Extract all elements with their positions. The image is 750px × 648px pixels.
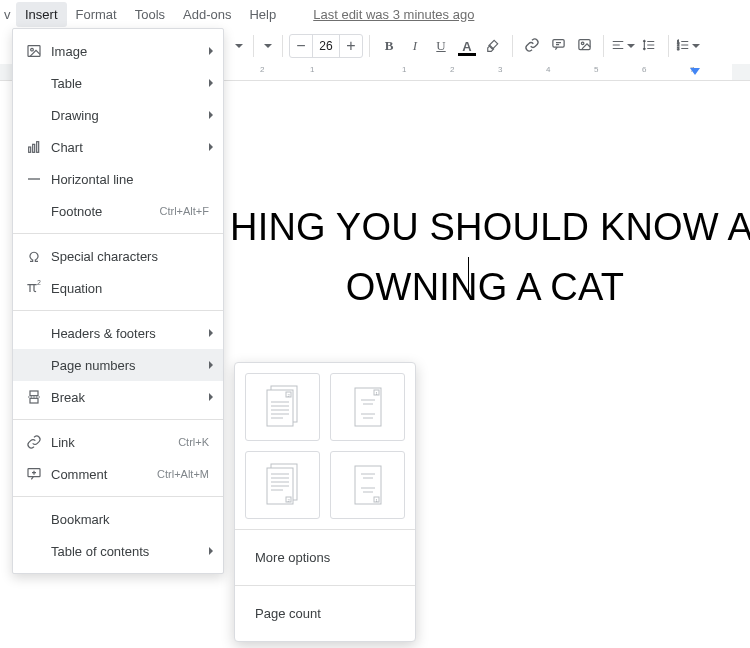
- menu-bar: v Insert Format Tools Add-ons Help Last …: [0, 0, 750, 28]
- submenu-arrow-icon: [209, 329, 213, 337]
- highlight-color-button[interactable]: [480, 33, 506, 59]
- menu-item-equation[interactable]: 2 Equation: [13, 272, 223, 304]
- text-color-label: A: [462, 39, 471, 54]
- numbered-list-icon: 123: [676, 38, 690, 55]
- menu-tools[interactable]: Tools: [126, 2, 174, 27]
- svg-rect-6: [28, 46, 40, 57]
- link-icon: [23, 434, 45, 450]
- font-size-increase-button[interactable]: +: [340, 35, 362, 57]
- svg-rect-11: [30, 391, 38, 396]
- chart-icon: [23, 139, 45, 155]
- ruler-number: 2: [260, 65, 264, 74]
- svg-point-7: [31, 48, 34, 51]
- chevron-down-icon: [627, 44, 635, 48]
- chevron-down-icon: [692, 44, 700, 48]
- menu-item-special-characters[interactable]: Special characters: [13, 240, 223, 272]
- omega-icon: [23, 248, 45, 264]
- menu-view[interactable]: v: [0, 2, 16, 27]
- submenu-arrow-icon: [209, 361, 213, 369]
- menu-item-bookmark[interactable]: Bookmark: [13, 503, 223, 535]
- menu-item-page-numbers[interactable]: Page numbers: [13, 349, 223, 381]
- line-spacing-icon: [642, 38, 656, 55]
- paragraph-style-dropdown[interactable]: [231, 44, 247, 48]
- menu-insert[interactable]: Insert: [16, 2, 67, 27]
- insert-image-button[interactable]: [571, 33, 597, 59]
- menu-format[interactable]: Format: [67, 2, 126, 27]
- align-button[interactable]: [610, 33, 636, 59]
- menu-item-footnote[interactable]: Footnote Ctrl+Alt+F: [13, 195, 223, 227]
- ruler-number: 6: [642, 65, 646, 74]
- image-icon: [23, 43, 45, 59]
- italic-button[interactable]: I: [402, 33, 428, 59]
- link-icon: [524, 37, 540, 56]
- submenu-arrow-icon: [209, 79, 213, 87]
- menu-help[interactable]: Help: [240, 2, 285, 27]
- submenu-arrow-icon: [209, 47, 213, 55]
- page-number-option-footer-skip-first[interactable]: 1: [330, 451, 405, 519]
- pi-icon: 2: [23, 280, 45, 296]
- insert-link-button[interactable]: [519, 33, 545, 59]
- menu-item-headers-footers[interactable]: Headers & footers: [13, 317, 223, 349]
- menu-item-comment[interactable]: Comment Ctrl+Alt+M: [13, 458, 223, 490]
- highlighter-icon: [486, 38, 500, 55]
- font-size-decrease-button[interactable]: −: [290, 35, 312, 57]
- bold-button[interactable]: B: [376, 33, 402, 59]
- submenu-arrow-icon: [209, 143, 213, 151]
- page-number-option-header-all[interactable]: 2: [245, 373, 320, 441]
- svg-text:3: 3: [677, 46, 679, 50]
- underline-button[interactable]: U: [428, 33, 454, 59]
- page-numbers-more-options[interactable]: More options: [245, 540, 405, 575]
- comment-icon: [551, 37, 566, 55]
- text-color-underline-bar: [458, 53, 476, 56]
- page-break-icon: [23, 389, 45, 405]
- svg-rect-8: [29, 147, 31, 152]
- shortcut-label: Ctrl+Alt+M: [157, 468, 209, 480]
- shortcut-label: Ctrl+Alt+F: [159, 205, 209, 217]
- menu-item-table[interactable]: Table: [13, 67, 223, 99]
- ruler-number: 1: [310, 65, 314, 74]
- page-numbers-flyout: 2 1: [234, 362, 416, 642]
- menu-item-table-of-contents[interactable]: Table of contents: [13, 535, 223, 567]
- text-color-button[interactable]: A: [454, 33, 480, 59]
- line-spacing-button[interactable]: [636, 33, 662, 59]
- page-numbers-page-count[interactable]: Page count: [245, 596, 405, 631]
- submenu-arrow-icon: [209, 111, 213, 119]
- image-icon: [577, 37, 592, 55]
- ruler-number: 4: [546, 65, 550, 74]
- ruler-number: 2: [450, 65, 454, 74]
- menu-item-horizontal-line[interactable]: Horizontal line: [13, 163, 223, 195]
- shortcut-label: Ctrl+K: [178, 436, 209, 448]
- insert-comment-button[interactable]: [545, 33, 571, 59]
- submenu-arrow-icon: [209, 547, 213, 555]
- menu-item-chart[interactable]: Chart: [13, 131, 223, 163]
- menu-item-drawing[interactable]: Drawing: [13, 99, 223, 131]
- menu-item-link[interactable]: Link Ctrl+K: [13, 426, 223, 458]
- menu-addons[interactable]: Add-ons: [174, 2, 240, 27]
- last-edit-link[interactable]: Last edit was 3 minutes ago: [313, 7, 474, 22]
- page-number-option-footer-all[interactable]: 2: [245, 451, 320, 519]
- submenu-arrow-icon: [209, 393, 213, 401]
- menu-item-image[interactable]: Image: [13, 35, 223, 67]
- text-caret: [468, 257, 469, 297]
- ruler-number: 3: [498, 65, 502, 74]
- document-title-text: HING YOU SHOULD KNOW ABOUT OWNING A CAT: [230, 197, 740, 317]
- comment-plus-icon: [23, 466, 45, 482]
- svg-rect-9: [33, 144, 35, 152]
- chevron-down-icon: [235, 44, 243, 48]
- font-family-dropdown[interactable]: [260, 44, 276, 48]
- svg-rect-12: [30, 398, 38, 403]
- page-number-option-header-skip-first[interactable]: 1: [330, 373, 405, 441]
- right-indent-marker[interactable]: [690, 68, 700, 75]
- insert-menu-dropdown: Image Table Drawing Chart Horizontal lin…: [12, 28, 224, 574]
- horizontal-line-icon: [23, 171, 45, 187]
- chevron-down-icon: [264, 44, 272, 48]
- svg-point-2: [581, 42, 584, 45]
- numbered-list-button[interactable]: 123: [675, 33, 701, 59]
- font-size-input[interactable]: 26: [312, 35, 340, 57]
- menu-item-break[interactable]: Break: [13, 381, 223, 413]
- svg-rect-10: [37, 142, 39, 153]
- align-left-icon: [611, 38, 625, 55]
- ruler-number: 1: [402, 65, 406, 74]
- font-size-stepper[interactable]: − 26 +: [289, 34, 363, 58]
- ruler-number: 5: [594, 65, 598, 74]
